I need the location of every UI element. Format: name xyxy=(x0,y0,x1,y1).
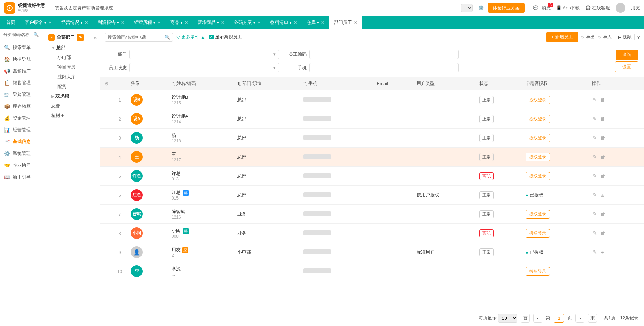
delete-btn[interactable]: 🗑 xyxy=(600,230,605,236)
tab-bom[interactable]: 物料清单 ▾✕ xyxy=(265,16,302,29)
col-dept[interactable]: ⇅部门/职位 xyxy=(233,77,299,90)
sidebar-item-search[interactable]: 🔍 搜索菜单 xyxy=(0,42,45,53)
dept-edit-icon[interactable]: ✎ xyxy=(77,34,84,41)
col-name-sort[interactable]: ⇅姓名/编码 xyxy=(172,80,229,87)
delete-btn[interactable]: 🗑 xyxy=(600,154,605,160)
edit-btn[interactable]: ✎ xyxy=(593,97,597,103)
edit-btn[interactable]: ✎ xyxy=(593,192,597,198)
dept-node-xiaodiandept[interactable]: 小电部 xyxy=(54,53,100,62)
sidebar-item-quicknav[interactable]: 🏠 快捷导航 xyxy=(0,53,45,65)
filter-phone-input[interactable] xyxy=(309,63,459,72)
tab-profit[interactable]: 利润报告 ▾✕ xyxy=(93,16,129,29)
gear-button[interactable]: ⚙️ xyxy=(478,5,484,10)
tab-add-goods[interactable]: 新增商品 ▾✕ xyxy=(193,16,229,29)
filter-dept-select[interactable]: ▾ xyxy=(129,50,279,59)
tab-barcode[interactable]: 条码方案 ▾✕ xyxy=(229,16,265,29)
auth-btn[interactable]: 授权登录 xyxy=(526,115,550,123)
auth-btn[interactable]: 授权登录 xyxy=(526,134,550,142)
add-employee-btn[interactable]: + 新增员工 xyxy=(546,32,578,42)
dept-node-zhishu[interactable]: 植树王二 xyxy=(48,111,100,121)
show-resigned-checkbox[interactable]: ✓ xyxy=(209,35,214,39)
tab-home[interactable]: 首页 xyxy=(1,16,20,29)
sidebar-item-basic[interactable]: 📑 基础信息 xyxy=(0,136,45,148)
search-input[interactable] xyxy=(108,35,163,40)
prev-page-btn[interactable]: ‹ xyxy=(533,314,542,323)
online-service[interactable]: 🎧 在线客服 xyxy=(585,5,610,11)
dept-node-xiangku[interactable]: 项目库房 xyxy=(54,62,100,72)
edit-btn[interactable]: ✎ xyxy=(593,116,597,122)
export-btn[interactable]: ⟳ 导出 xyxy=(581,34,595,40)
user-avatar[interactable] xyxy=(616,3,625,13)
auth-btn[interactable]: 授权登录 xyxy=(526,172,550,180)
sidebar-item-purchase[interactable]: 🛒 采购管理 xyxy=(0,89,45,100)
dept-collapse-btn[interactable]: « xyxy=(94,35,97,40)
filter-status-select[interactable]: ▾ xyxy=(129,63,279,72)
copy-btn[interactable]: ⊞ xyxy=(600,192,605,198)
col-dept-sort[interactable]: ⇅部门/职位 xyxy=(237,80,295,87)
auth-btn[interactable]: 授权登录 xyxy=(526,229,550,238)
edit-btn[interactable]: ✎ xyxy=(593,173,597,179)
col-name[interactable]: ⇅姓名/编码 xyxy=(167,77,233,90)
sidebar-item-sales[interactable]: 📋 销售管理 xyxy=(0,77,45,89)
help-btn[interactable]: ? xyxy=(637,35,640,40)
auth-btn[interactable]: 授权登录 xyxy=(526,153,550,161)
sidebar-item-guide[interactable]: 📖 新手引导 xyxy=(0,171,45,183)
dept-node-shenyang[interactable]: 沈阳大库 xyxy=(54,72,100,82)
view-btn[interactable]: ▶ 视频 xyxy=(618,34,632,40)
auth-btn[interactable]: 授权登录 xyxy=(526,96,550,104)
sidebar-item-finance[interactable]: 💰 资金管理 xyxy=(0,112,45,124)
dept-node-peihuo[interactable]: 配货 xyxy=(54,82,100,91)
tab-history[interactable]: 经营历程 ▾✕ xyxy=(129,16,165,29)
dept-node-zongbu2[interactable]: 总部 xyxy=(48,101,100,111)
sidebar-search-input[interactable] xyxy=(3,32,31,37)
last-page-btn[interactable]: 末 xyxy=(588,314,597,323)
delete-btn[interactable]: 🗑 xyxy=(600,116,605,122)
tab-operation[interactable]: 经营情况 ▾✕ xyxy=(56,16,93,29)
auth-btn[interactable]: 授权登录 xyxy=(526,210,550,219)
edit-btn[interactable]: ✎ xyxy=(593,230,597,236)
edit-btn[interactable]: ✎ xyxy=(593,154,597,160)
reset-btn[interactable]: 设置 xyxy=(615,61,638,72)
col-phone-sort[interactable]: ⇅手机 xyxy=(303,80,369,87)
import-btn[interactable]: ⟳ 导入 xyxy=(598,34,612,40)
delete-btn[interactable]: 🗑 xyxy=(600,173,605,179)
edit-btn[interactable]: ✎ xyxy=(593,249,597,255)
next-page-btn[interactable]: › xyxy=(575,314,584,323)
sidebar-item-system[interactable]: ⚙️ 系统管理 xyxy=(0,148,45,159)
tab-department[interactable]: 部门员工 ✕ xyxy=(329,16,362,29)
sidebar-item-collab[interactable]: 🤝 企业协同 xyxy=(0,159,45,171)
delete-btn[interactable]: 🗑 xyxy=(600,97,605,103)
auth-btn[interactable]: 授权登录 xyxy=(526,267,550,276)
sidebar-item-inventory[interactable]: 📦 库存核算 xyxy=(0,100,45,112)
dept-node-zongbu-group[interactable]: ▼总部 xyxy=(48,43,100,53)
sidebar-item-operation[interactable]: 📊 经营管理 xyxy=(0,124,45,136)
system-select[interactable] xyxy=(461,4,473,12)
app-download[interactable]: 📱 App下载 xyxy=(556,5,580,11)
sidebar-search-icon[interactable]: 🔍 xyxy=(33,32,39,37)
delete-btn[interactable]: 🗑 xyxy=(600,211,605,217)
dept-all-label[interactable]: 全部部门 xyxy=(57,34,75,41)
first-page-btn[interactable]: 首 xyxy=(521,314,530,323)
sidebar-item-marketing[interactable]: 📢 营销推广 xyxy=(0,65,45,77)
cell-ops: ✎ 🗑 xyxy=(588,167,644,186)
per-page-select[interactable]: 50 100 200 xyxy=(498,314,517,323)
copy-btn[interactable]: ⊞ xyxy=(600,249,605,255)
dept-node-shuanghu[interactable]: ▶双虎想 xyxy=(48,91,100,101)
cell-seq: 3 xyxy=(113,129,127,148)
query-btn[interactable]: 查询 xyxy=(616,50,638,60)
edit-btn[interactable]: ✎ xyxy=(593,135,597,141)
tab-goods[interactable]: 商品 ▾✕ xyxy=(165,16,193,29)
filter-empcode-input[interactable] xyxy=(309,50,459,59)
tab-customer[interactable]: 客户联络 ▾✕ xyxy=(20,16,56,29)
avatar: 李 xyxy=(131,265,143,277)
tab-warehouse[interactable]: 仓库 ▾✕ xyxy=(302,16,329,29)
message-area[interactable]: 💬 6 消息 xyxy=(533,5,551,11)
try-btn[interactable]: 体验行业方案 xyxy=(488,3,525,13)
col-phone[interactable]: ⇅手机 xyxy=(299,77,373,90)
more-filter-btn[interactable]: ▽ 更多条件 ▲ xyxy=(176,34,205,40)
edit-btn[interactable]: ✎ xyxy=(593,211,597,217)
delete-btn[interactable]: 🗑 xyxy=(600,135,605,141)
cell-settings xyxy=(100,129,113,148)
info-icon[interactable]: ⓘ xyxy=(526,81,530,86)
col-settings[interactable]: ⚙ xyxy=(100,77,113,90)
